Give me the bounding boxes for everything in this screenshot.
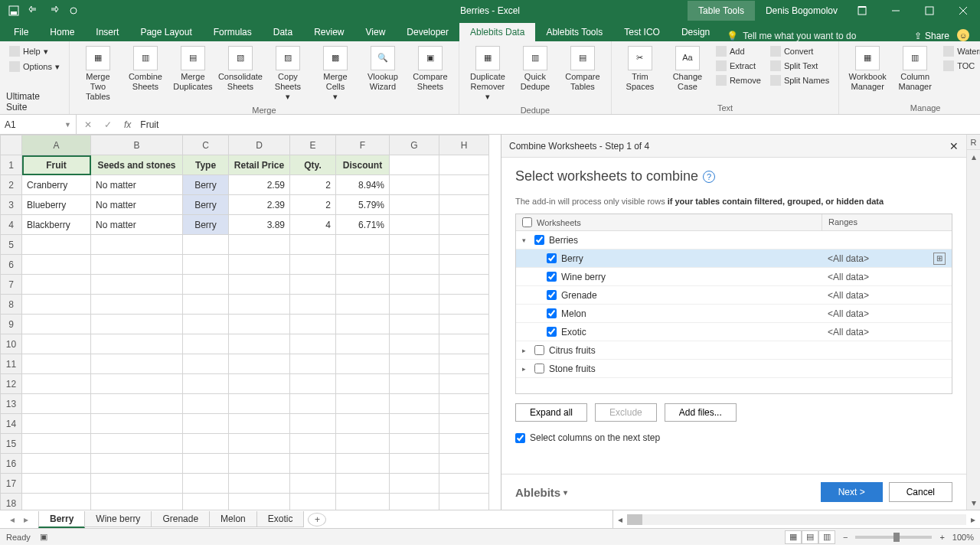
workbook-manager-button[interactable]: ▦Workbook Manager <box>845 44 890 102</box>
cell[interactable]: 2.59 <box>229 175 290 195</box>
cell[interactable] <box>439 215 489 235</box>
tab-review[interactable]: Review <box>303 23 354 41</box>
row-header[interactable]: 16 <box>1 454 22 474</box>
expand-all-button[interactable]: Expand all <box>515 403 587 422</box>
cancel-button[interactable]: Cancel <box>889 482 952 502</box>
sheet-checkbox[interactable] <box>547 308 557 318</box>
col-header[interactable]: E <box>290 135 336 155</box>
tab-home[interactable]: Home <box>39 23 85 41</box>
add-text-button[interactable]: Add <box>713 44 764 58</box>
exclude-button[interactable]: Exclude <box>595 403 657 422</box>
row-header[interactable]: 8 <box>1 295 22 315</box>
zoom-in-button[interactable]: + <box>939 533 944 542</box>
row-header[interactable]: 4 <box>1 215 22 235</box>
minimize-button[interactable] <box>879 0 913 21</box>
cell[interactable]: Berry <box>183 215 229 235</box>
share-button[interactable]: ⇪Share <box>914 31 949 41</box>
close-button[interactable] <box>946 0 980 21</box>
tab-ablebits-tools[interactable]: Ablebits Tools <box>535 23 613 41</box>
watermarks-button[interactable]: Watermarks <box>940 44 980 58</box>
scroll-left-icon[interactable]: ◂ <box>613 514 627 525</box>
cell[interactable]: Type <box>183 155 229 175</box>
split-text-button[interactable]: Split Text <box>767 59 832 73</box>
options-button[interactable]: Options ▾ <box>6 60 63 73</box>
horizontal-scrollbar[interactable]: ◂ ▸ <box>612 510 980 528</box>
col-header[interactable]: F <box>336 135 390 155</box>
maximize-button[interactable] <box>913 0 946 21</box>
name-box[interactable]: A1▼ <box>0 115 77 134</box>
row-header[interactable]: 11 <box>1 354 22 374</box>
duplicate-remover-button[interactable]: ▦Duplicate Remover ▾ <box>466 44 510 104</box>
macro-record-icon[interactable]: ▣ <box>40 532 47 542</box>
scroll-down-icon[interactable]: ▾ <box>967 496 980 510</box>
next-button[interactable]: Next > <box>821 482 883 502</box>
tab-ablebits-data[interactable]: Ablebits Data <box>459 23 535 41</box>
sheet-checkbox[interactable] <box>547 253 557 263</box>
cell[interactable]: 3.89 <box>229 215 290 235</box>
help-button[interactable]: Help ▾ <box>6 44 63 58</box>
enter-formula-icon[interactable]: ✓ <box>100 119 116 130</box>
col-header[interactable]: R <box>967 135 980 150</box>
select-all-checkbox[interactable] <box>522 217 532 227</box>
cell[interactable]: 6.71% <box>336 215 390 235</box>
row-header[interactable]: 15 <box>1 434 22 454</box>
sheet-tab[interactable]: Melon <box>209 511 257 527</box>
row-header[interactable]: 2 <box>1 175 22 195</box>
sheet-checkbox[interactable] <box>547 327 557 337</box>
select-range-icon[interactable]: ⊞ <box>933 253 946 265</box>
cell[interactable]: 2.39 <box>229 195 290 215</box>
extract-text-button[interactable]: Extract <box>713 59 764 73</box>
expand-icon[interactable]: ▸ <box>522 347 530 354</box>
cell[interactable]: 2 <box>290 175 336 195</box>
page-layout-view-icon[interactable]: ▤ <box>802 530 818 544</box>
consolidate-sheets-button[interactable]: ▧Consolidate Sheets <box>218 44 263 104</box>
sheet-checkbox[interactable] <box>547 290 557 300</box>
tab-design[interactable]: Design <box>671 23 720 41</box>
cell[interactable] <box>390 155 439 175</box>
qat-touch-icon[interactable] <box>64 2 83 20</box>
cell[interactable]: No matter <box>91 175 183 195</box>
cell[interactable]: 2 <box>290 195 336 215</box>
cell[interactable]: No matter <box>91 195 183 215</box>
cell[interactable]: Seeds and stones <box>91 155 183 175</box>
compare-tables-button[interactable]: ▤Compare Tables <box>560 44 605 104</box>
new-sheet-button[interactable]: + <box>308 513 326 527</box>
scroll-right-icon[interactable]: ▸ <box>966 514 980 525</box>
row-header[interactable]: 9 <box>1 315 22 334</box>
select-all-corner[interactable] <box>1 135 22 155</box>
pane-close-button[interactable]: ✕ <box>949 140 959 152</box>
vlookup-wizard-button[interactable]: 🔍Vlookup Wizard <box>361 44 405 104</box>
workbook-checkbox[interactable] <box>534 345 544 355</box>
row-header[interactable]: 18 <box>1 494 22 510</box>
col-header[interactable]: H <box>439 135 489 155</box>
cell[interactable]: Qty. <box>290 155 336 175</box>
ribbon-display-options[interactable] <box>845 0 879 21</box>
cell[interactable]: Berry <box>183 195 229 215</box>
cell[interactable]: Blueberry <box>22 195 91 215</box>
tab-page-layout[interactable]: Page Layout <box>129 23 202 41</box>
cell[interactable] <box>439 175 489 195</box>
sheet-tab[interactable]: Berry <box>38 511 85 528</box>
ablebits-brand[interactable]: Ablebits▾ <box>515 486 567 499</box>
feedback-smiley-icon[interactable]: ☺ <box>957 29 969 41</box>
sheet-nav-first-icon[interactable]: ◂ <box>6 514 18 525</box>
cancel-formula-icon[interactable]: ✕ <box>80 119 96 130</box>
help-icon[interactable]: ? <box>703 171 715 183</box>
col-header[interactable]: A <box>22 135 91 155</box>
zoom-out-button[interactable]: − <box>843 533 848 542</box>
cell[interactable]: Cranberry <box>22 175 91 195</box>
sheet-tab[interactable]: Exotic <box>256 511 305 527</box>
col-header[interactable]: D <box>229 135 290 155</box>
zoom-slider[interactable] <box>855 536 932 539</box>
cell[interactable] <box>439 155 489 175</box>
cell[interactable]: Blackberry <box>22 215 91 235</box>
col-header[interactable]: C <box>183 135 229 155</box>
formula-input[interactable]: Fruit <box>136 119 980 130</box>
cell[interactable]: Berry <box>183 175 229 195</box>
cell[interactable]: 8.94% <box>336 175 390 195</box>
convert-text-button[interactable]: Convert <box>767 44 832 58</box>
row-header[interactable]: 7 <box>1 275 22 295</box>
qat-undo-icon[interactable] <box>24 2 43 20</box>
trim-spaces-button[interactable]: ✂Trim Spaces <box>618 44 662 102</box>
row-header[interactable]: 6 <box>1 255 22 275</box>
